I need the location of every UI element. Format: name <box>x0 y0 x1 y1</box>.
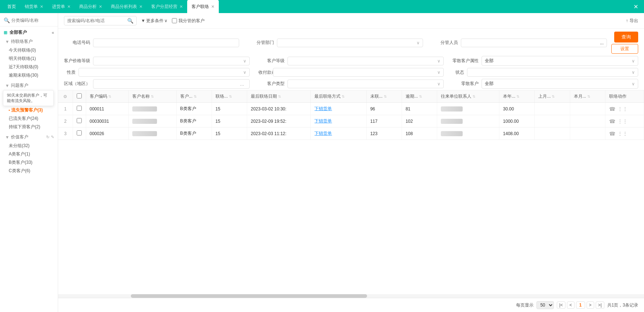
edit-icon[interactable]: ✎ <box>51 135 54 139</box>
sidebar-item-tomorrow-pending[interactable]: 明天待联络(1) <box>0 54 58 63</box>
sidebar-collapse-icon[interactable]: « <box>52 30 54 35</box>
sidebar-item-c-class[interactable]: C类客户(6) <box>0 167 58 175</box>
sidebar-item-today-pending[interactable]: 今天待联络(0) <box>0 46 58 54</box>
tab-product-list[interactable]: 商品分析列表 ✕ <box>106 0 147 13</box>
sort-contact[interactable]: 联络... ⇅ <box>216 93 243 100</box>
tab-customer-contact-close[interactable]: ✕ <box>211 4 214 9</box>
filter-customer-type-select[interactable]: ∨ <box>287 80 444 88</box>
customer-type-dropdown-icon: ∨ <box>437 81 440 86</box>
horizontal-scrollbar[interactable] <box>58 294 644 298</box>
sidebar-item-declining[interactable]: 持续下滑客户(2) <box>0 123 58 131</box>
sort-overdue[interactable]: 逾期... ⇅ <box>406 93 433 100</box>
tab-sales-close[interactable]: ✕ <box>40 4 43 9</box>
filter-search-icon[interactable]: 🔍 <box>127 18 133 24</box>
filter-dept-select[interactable]: ∨ <box>277 39 423 47</box>
sort-unlink-days[interactable]: 未联... ⇅ <box>370 93 398 100</box>
action-icons-1: ☎ ⋮⋮ <box>609 106 640 112</box>
sidebar-item-a-class[interactable]: A类客户(1) <box>0 150 58 158</box>
row-method-link-2[interactable]: 下销货单 <box>314 118 332 123</box>
contact-icon-3[interactable]: ☎ <box>609 131 615 137</box>
tab-customer-layer[interactable]: 客户分层经营 ✕ <box>147 0 187 13</box>
filter-area-select[interactable]: ... <box>93 79 250 89</box>
prev-page-button[interactable]: < <box>567 301 575 309</box>
filter-nature-select[interactable]: ∨ <box>79 68 250 77</box>
export-button[interactable]: ↑ 导出 <box>626 18 638 24</box>
more-action-icon-2[interactable]: ⋮⋮ <box>617 118 628 124</box>
price-level-dropdown-icon: ∨ <box>243 58 246 64</box>
query-button[interactable]: 查询 <box>614 32 638 42</box>
row-checkbox-1[interactable] <box>77 106 82 111</box>
row-actions-1: ☎ ⋮⋮ <box>605 103 644 115</box>
tab-customer-contact[interactable]: 客户联络 ✕ <box>187 0 219 13</box>
filter-payment-field: 收付款条件 ∨ <box>258 68 444 77</box>
page-size-select[interactable]: 50 <box>536 301 554 309</box>
area-dots[interactable]: ... <box>238 81 246 87</box>
sidebar-item-b-class[interactable]: B类客户(33) <box>0 158 58 167</box>
sort-last-month[interactable]: 上月... ⇅ <box>538 93 566 100</box>
filter-price-level-select[interactable]: ∨ <box>93 57 250 65</box>
tab-sales[interactable]: 销货单 ✕ <box>20 0 48 13</box>
sidebar-group-value-label[interactable]: ▼ 价值客户 ↻ ✎ <box>0 133 58 142</box>
sort-customer-name[interactable]: 客户名称 ⇅ <box>132 93 172 100</box>
sidebar-search-input[interactable] <box>11 18 58 23</box>
sort-contact-person[interactable]: 往来单位联系人 ⇅ <box>441 93 495 100</box>
next-page-button[interactable]: > <box>587 301 594 309</box>
contact-icon-1[interactable]: ☎ <box>609 106 615 112</box>
gear-settings-icon[interactable]: ⚙ <box>62 94 69 99</box>
filter-person-select[interactable]: ... <box>461 39 607 47</box>
sidebar-item-overdue-pending[interactable]: 逾期未联络(30) <box>0 71 58 80</box>
filter-payment-select[interactable]: ∨ <box>273 68 444 77</box>
tab-customer-layer-close[interactable]: ✕ <box>180 4 183 9</box>
window-close-button[interactable]: ✕ <box>631 3 641 10</box>
filter-zero-customer-select[interactable]: 全部 ∨ <box>482 79 638 89</box>
sort-this-month[interactable]: 本月... ⇅ <box>574 93 601 100</box>
settings-button[interactable]: 设置 <box>611 44 638 54</box>
filter-customer-level-select[interactable]: ∨ <box>287 57 444 65</box>
sidebar-item-ungroups[interactable]: 未分组(32) <box>0 142 58 150</box>
sidebar-group-pending-label[interactable]: ▼ 待联络客户 <box>0 37 58 46</box>
tab-purchase-close[interactable]: ✕ <box>67 4 71 9</box>
scrollbar-thumb[interactable] <box>131 294 367 298</box>
zero-attr-value: 全部 <box>485 58 494 64</box>
tab-purchase[interactable]: 进货单 ✕ <box>48 0 75 13</box>
sort-last-contact-method[interactable]: 最后联络方式 ⇅ <box>314 93 362 100</box>
filter-price-level-label: 客户价格等级 <box>64 58 93 64</box>
filter-person-label: 分管人员 <box>432 40 461 46</box>
sort-icon-code: ⇅ <box>108 94 111 98</box>
filter-phone-input[interactable] <box>93 39 239 47</box>
last-page-button[interactable]: >| <box>596 301 604 309</box>
row-method-link-1[interactable]: 下销货单 <box>314 106 332 111</box>
sidebar-item-week-pending[interactable]: 近7天待联络(0) <box>0 63 58 71</box>
filter-zero-attr-select[interactable]: 全部 ∨ <box>482 56 638 66</box>
sort-customer-code[interactable]: 客户编码 ⇅ <box>90 93 125 100</box>
first-page-button[interactable]: |< <box>557 301 565 309</box>
sort-customer-type[interactable]: 客户... ⇅ <box>180 93 208 100</box>
sidebar-item-churned[interactable]: 已流失客户(24) <box>0 114 58 123</box>
filter-search-box: 🔍 <box>64 16 137 25</box>
tab-product-analysis-close[interactable]: ✕ <box>99 4 102 9</box>
my-customers-checkbox[interactable] <box>172 18 177 23</box>
row-method-link-3[interactable]: 下销货单 <box>314 131 332 136</box>
sort-last-contact-date[interactable]: 最后联络日期 ⇅ <box>251 93 307 100</box>
more-action-icon-3[interactable]: ⋮⋮ <box>617 131 628 137</box>
nature-dropdown-icon: ∨ <box>243 70 246 75</box>
tab-product-list-close[interactable]: ✕ <box>139 4 142 9</box>
select-all-checkbox[interactable] <box>77 93 82 98</box>
tab-home[interactable]: 首页 <box>3 0 20 13</box>
filter-search-input[interactable] <box>67 18 126 23</box>
row-checkbox-2[interactable] <box>77 118 82 123</box>
filter-more-conditions[interactable]: ▼ 更多条件 ∨ <box>141 18 168 24</box>
tab-product-analysis[interactable]: 商品分析 ✕ <box>75 0 106 13</box>
filter-status-select[interactable]: ∨ <box>467 68 638 77</box>
refresh-icon[interactable]: ↻ <box>46 135 49 139</box>
sidebar-group-problem-label[interactable]: ▼ 问题客户 <box>0 81 58 90</box>
sidebar-item-churn-warning[interactable]: 流失预警客户(3) <box>0 106 58 114</box>
sidebar-all-customers[interactable]: ⊞ 全部客户 « <box>0 28 58 37</box>
filter-my-customers[interactable]: 我分管的客户 <box>172 18 205 24</box>
my-customers-label: 我分管的客户 <box>178 18 205 24</box>
row-checkbox-3[interactable] <box>77 130 82 135</box>
sort-this-year[interactable]: 本年... ⇅ <box>503 93 531 100</box>
contact-icon-2[interactable]: ☎ <box>609 118 615 124</box>
person-dots[interactable]: ... <box>600 40 604 45</box>
more-action-icon-1[interactable]: ⋮⋮ <box>617 106 628 112</box>
